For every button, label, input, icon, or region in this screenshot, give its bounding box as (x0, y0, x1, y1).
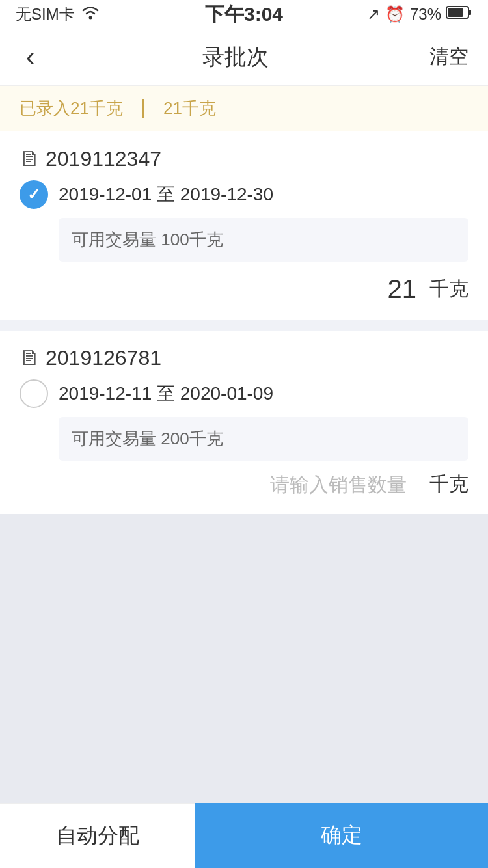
batch-date-row-1: 2019-12-01 至 2019-12-30 (20, 180, 468, 209)
batch-id-row-2: 🖹 2019126781 (20, 346, 468, 370)
carrier-text: 无SIM卡 (16, 4, 75, 25)
bottom-bar: 自动分配 确定 (0, 803, 488, 868)
status-right: ↗ ⏰ 73% (367, 5, 472, 23)
info-banner: 已录入21千克 21千克 (0, 86, 488, 131)
info-divider (142, 99, 144, 118)
batch-date-row-2: 2019-12-11 至 2020-01-09 (20, 379, 468, 408)
page-title: 录批次 (202, 42, 269, 72)
svg-rect-2 (468, 10, 471, 15)
clear-button[interactable]: 清空 (429, 44, 468, 70)
input-row-2: 千克 (0, 461, 488, 498)
nav-bar: ‹ 录批次 清空 (0, 29, 488, 86)
batch-id-1: 2019112347 (46, 147, 161, 171)
alarm-icon: ⏰ (385, 5, 405, 23)
page: 无SIM卡 下午3:04 ↗ ⏰ 73% (0, 0, 488, 868)
svg-rect-3 (448, 8, 463, 17)
location-icon: ↗ (367, 5, 380, 23)
battery-icon (446, 5, 472, 23)
batch-avail-1: 可用交易量 100千克 (59, 218, 468, 262)
separator-1 (0, 320, 488, 331)
gray-area (0, 514, 488, 803)
status-bar: 无SIM卡 下午3:04 ↗ ⏰ 73% (0, 0, 488, 29)
input-divider-2 (20, 506, 468, 506)
batch-avail-2: 可用交易量 200千克 (59, 417, 468, 461)
info-amount: 21千克 (163, 97, 216, 120)
quantity-value-1: 21 (388, 275, 417, 304)
quantity-divider-1 (20, 312, 468, 312)
confirm-button[interactable]: 确定 (195, 803, 488, 868)
recorded-label: 已录入21千克 (20, 97, 123, 120)
radio-btn-2[interactable] (20, 379, 48, 408)
battery-text: 73% (410, 5, 441, 23)
batch-id-2: 2019126781 (46, 346, 161, 370)
quantity-unit-1: 千克 (429, 276, 468, 303)
back-button[interactable]: ‹ (20, 36, 41, 78)
batch-date-2: 2019-12-11 至 2020-01-09 (59, 381, 273, 406)
content-area: 已录入21千克 21千克 🖹 2019112347 2019-12-01 至 2… (0, 86, 488, 868)
svg-point-0 (88, 16, 92, 20)
radio-btn-1[interactable] (20, 180, 48, 209)
batch-card-2: 🖹 2019126781 2019-12-11 至 2020-01-09 可用交… (0, 331, 488, 514)
batch-card-1: 🖹 2019112347 2019-12-01 至 2019-12-30 可用交… (0, 131, 488, 320)
quantity-input-2[interactable] (221, 474, 416, 496)
input-unit-2: 千克 (429, 471, 468, 498)
quantity-row-1: 21 千克 (0, 262, 488, 304)
batch-date-1: 2019-12-01 至 2019-12-30 (59, 182, 273, 207)
status-time: 下午3:04 (205, 1, 283, 28)
doc-icon-2: 🖹 (20, 347, 39, 370)
auto-distribute-button[interactable]: 自动分配 (0, 803, 195, 868)
wifi-icon (81, 5, 100, 23)
doc-icon-1: 🖹 (20, 148, 39, 170)
batch-id-row-1: 🖹 2019112347 (20, 147, 468, 171)
batch-inner-2: 🖹 2019126781 2019-12-11 至 2020-01-09 可用交… (0, 331, 488, 461)
status-left: 无SIM卡 (16, 4, 100, 25)
batch-inner-1: 🖹 2019112347 2019-12-01 至 2019-12-30 可用交… (0, 131, 488, 262)
